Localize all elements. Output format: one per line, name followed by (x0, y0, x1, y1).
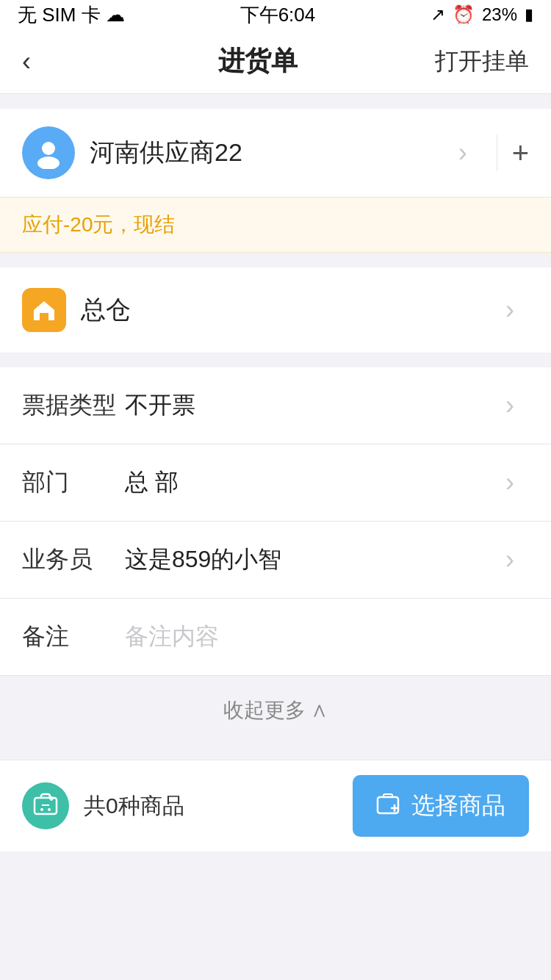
supplier-name: 河南供应商22 (90, 136, 458, 170)
open-hang-button[interactable]: 打开挂单 (435, 46, 529, 78)
invoice-type-row[interactable]: 票据类型 不开票 › (0, 367, 551, 444)
nav-bar: ‹ 进货单 打开挂单 (0, 29, 551, 94)
vertical-divider (497, 134, 497, 171)
notice-bar: 应付-20元，现结 (0, 197, 551, 253)
back-button[interactable]: ‹ (22, 46, 81, 77)
status-right: ↗ ⏰ 23% ▮ (431, 4, 533, 25)
warehouse-card: 总仓 › (0, 267, 551, 353)
salesman-label: 业务员 (22, 544, 125, 576)
department-label: 部门 (22, 466, 125, 499)
svg-point-4 (48, 808, 51, 811)
location-icon: ↗ (431, 4, 445, 25)
warehouse-chevron-icon: › (505, 295, 514, 325)
alarm-icon: ⏰ (453, 4, 475, 25)
department-row[interactable]: 部门 总 部 › (0, 444, 551, 521)
form-card: 票据类型 不开票 › 部门 总 部 › 业务员 这是859的小智 › 备注 备注… (0, 367, 551, 675)
collapse-bar[interactable]: 收起更多 ∧ (0, 675, 551, 745)
supplier-row[interactable]: 河南供应商22 › + (0, 109, 551, 197)
remark-row[interactable]: 备注 备注内容 (0, 598, 551, 675)
supplier-card: 河南供应商22 › + 应付-20元，现结 (0, 109, 551, 253)
department-value: 总 部 (125, 466, 505, 499)
remark-placeholder[interactable]: 备注内容 (125, 621, 529, 653)
status-bar: 无 SIM 卡 ☁ 下午6:04 ↗ ⏰ 23% ▮ (0, 0, 551, 29)
battery-icon: ▮ (525, 5, 533, 24)
supplier-avatar (22, 126, 75, 179)
invoice-type-label: 票据类型 (22, 389, 125, 422)
svg-point-1 (37, 156, 60, 169)
add-button[interactable]: + (512, 137, 529, 170)
svg-point-3 (40, 808, 43, 811)
warehouse-icon (22, 288, 66, 332)
salesman-row[interactable]: 业务员 这是859的小智 › (0, 521, 551, 598)
product-count: 共0种商品 (84, 791, 353, 821)
warehouse-row[interactable]: 总仓 › (0, 267, 551, 353)
remark-label: 备注 (22, 621, 125, 653)
gap-1 (0, 94, 551, 109)
invoice-type-value: 不开票 (125, 389, 505, 422)
gap-2 (0, 253, 551, 267)
cart-icon-wrap (22, 782, 69, 829)
warehouse-name: 总仓 (81, 293, 505, 327)
status-left: 无 SIM 卡 ☁ (18, 2, 125, 28)
select-product-label: 选择商品 (411, 790, 505, 822)
salesman-chevron-icon: › (505, 544, 514, 575)
status-time: 下午6:04 (240, 2, 316, 28)
gap-3 (0, 353, 551, 367)
bottom-bar: 共0种商品 选择商品 (0, 760, 551, 851)
salesman-value: 这是859的小智 (125, 544, 505, 576)
signal-text: 无 SIM 卡 ☁ (18, 2, 125, 28)
rest-background (0, 851, 551, 980)
svg-point-0 (42, 142, 55, 155)
chevron-right-icon: › (458, 137, 467, 168)
select-product-button[interactable]: 选择商品 (353, 775, 529, 837)
department-chevron-icon: › (505, 467, 514, 498)
page-title: 进货单 (218, 43, 298, 79)
main-content: 河南供应商22 › + 应付-20元，现结 总仓 › 票据类型 不开票 › (0, 94, 551, 980)
invoice-chevron-icon: › (505, 390, 514, 421)
battery-text: 23% (482, 4, 517, 25)
